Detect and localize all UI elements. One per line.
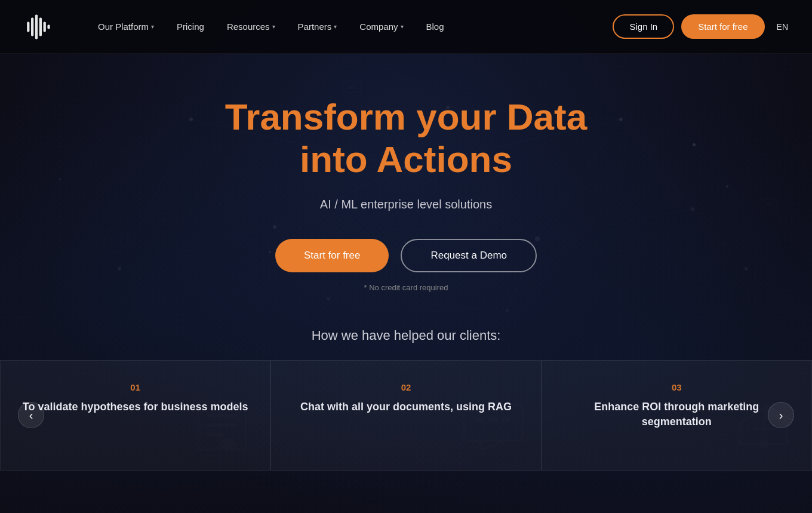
logo-icon bbox=[24, 13, 53, 41]
carousel-next-button[interactable]: › bbox=[768, 402, 794, 428]
chevron-down-icon: ▾ bbox=[272, 23, 275, 30]
svg-rect-42 bbox=[475, 417, 484, 422]
start-free-hero-button[interactable]: Start for free bbox=[275, 239, 389, 272]
logo[interactable] bbox=[24, 13, 53, 41]
carousel-prev-button[interactable]: ‹ bbox=[18, 402, 44, 428]
card-text-1: To validate hypotheses for business mode… bbox=[20, 400, 251, 414]
start-free-nav-button[interactable]: Start for free bbox=[681, 14, 764, 39]
card-text-3: Enhance ROI through marketing segmentati… bbox=[561, 400, 792, 429]
nav-item-blog[interactable]: Blog bbox=[417, 17, 454, 36]
svg-rect-4 bbox=[44, 21, 46, 32]
nav-links: Our Platform ▾ Pricing Resources ▾ Partn… bbox=[88, 17, 613, 36]
chevron-down-icon: ▾ bbox=[401, 23, 404, 30]
request-demo-button[interactable]: Request a Demo bbox=[401, 239, 537, 272]
decor-dot-2 bbox=[726, 185, 728, 188]
card-number-3: 03 bbox=[561, 382, 792, 392]
svg-point-45 bbox=[759, 439, 768, 449]
sign-in-button[interactable]: Sign In bbox=[613, 14, 674, 39]
email-icon-right: ✉ bbox=[759, 191, 779, 219]
navbar: Our Platform ▾ Pricing Resources ▾ Partn… bbox=[0, 0, 812, 54]
svg-rect-39 bbox=[207, 423, 237, 427]
svg-rect-0 bbox=[27, 21, 29, 32]
card-number-2: 02 bbox=[290, 382, 521, 392]
nav-item-partners[interactable]: Partners ▾ bbox=[288, 17, 347, 36]
decor-dot-1 bbox=[693, 143, 696, 146]
hero-section: ✉ ✉ ✉ ✉ @ Transform your Data into Actio… bbox=[0, 0, 812, 513]
svg-rect-5 bbox=[47, 24, 50, 29]
card-number-1: 01 bbox=[20, 382, 251, 392]
nav-item-resources[interactable]: Resources ▾ bbox=[217, 17, 285, 36]
svg-rect-1 bbox=[31, 17, 33, 36]
hero-subtitle: AI / ML enterprise level solutions bbox=[225, 198, 587, 211]
hero-content: Transform your Data into Actions AI / ML… bbox=[225, 96, 587, 292]
svg-line-25 bbox=[621, 119, 693, 209]
svg-rect-2 bbox=[35, 14, 38, 39]
nav-item-company[interactable]: Company ▾ bbox=[350, 17, 413, 36]
nav-item-our-platform[interactable]: Our Platform ▾ bbox=[88, 17, 164, 36]
svg-line-29 bbox=[60, 119, 191, 179]
clients-title: How we have helped our clients: bbox=[0, 328, 812, 343]
language-toggle[interactable]: EN bbox=[777, 22, 788, 32]
nav-actions: Sign In Start for free EN bbox=[613, 14, 788, 39]
chevron-down-icon: ▾ bbox=[151, 23, 154, 30]
svg-rect-40 bbox=[207, 433, 225, 437]
svg-line-33 bbox=[693, 209, 746, 269]
nav-item-pricing[interactable]: Pricing bbox=[167, 17, 214, 36]
cards-container: 01 To validate hypotheses for business m… bbox=[0, 360, 812, 471]
at-icon: @ bbox=[102, 221, 132, 256]
clients-section: How we have helped our clients: ‹ 01 To … bbox=[0, 328, 812, 471]
svg-rect-43 bbox=[488, 417, 497, 422]
chevron-down-icon: ▾ bbox=[334, 23, 337, 30]
card-text-2: Chat with all your documents, using RAG bbox=[290, 400, 521, 414]
svg-rect-44 bbox=[502, 417, 510, 422]
hero-buttons: Start for free Request a Demo bbox=[225, 239, 587, 272]
svg-rect-3 bbox=[39, 17, 42, 36]
svg-line-28 bbox=[328, 299, 508, 311]
client-card-2: 02 Chat with all your documents, using R… bbox=[270, 360, 541, 471]
hero-title: Transform your Data into Actions bbox=[225, 96, 587, 181]
carousel-wrapper: ‹ 01 To validate hypotheses for business… bbox=[0, 360, 812, 471]
no-credit-text: * No credit card required bbox=[225, 283, 587, 292]
